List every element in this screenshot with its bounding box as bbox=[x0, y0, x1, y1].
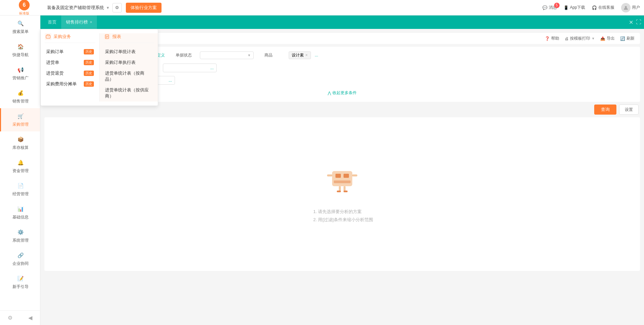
query-buttons-row: 查询 设置 bbox=[44, 105, 640, 117]
svg-rect-2 bbox=[335, 174, 341, 178]
tab-close-icon[interactable]: × bbox=[90, 20, 92, 25]
dropdown-item-incoming[interactable]: 进货单 历史 bbox=[45, 57, 95, 68]
user-btn[interactable]: 用户 bbox=[621, 3, 640, 12]
sidebar-item-purchase[interactable]: 🛒 采购管理 bbox=[0, 108, 40, 131]
customer-more-btn[interactable]: ... bbox=[169, 78, 172, 83]
logo-area: 6 标准版 bbox=[4, 0, 44, 16]
headset-icon: 🎧 bbox=[592, 5, 597, 10]
svg-rect-3 bbox=[344, 174, 349, 178]
system-icon: ⚙️ bbox=[16, 228, 25, 236]
sidebar-item-marketing[interactable]: 📢 营销推广 bbox=[0, 62, 40, 85]
dropdown-item-report-3[interactable]: 进货单统计表（按供应商） bbox=[104, 85, 154, 101]
help-icon: ❓ bbox=[545, 36, 550, 41]
home-icon: 🏠 bbox=[16, 43, 25, 51]
dropdown-cols: 采购业务 采购订单 历史 进货单 历史 进货退货 历史 采购费用分摊单 历史 bbox=[41, 33, 158, 101]
salesman-more-btn[interactable]: ... bbox=[210, 66, 214, 70]
sidebar-item-search-menu[interactable]: 🔍 搜索菜单 bbox=[0, 15, 40, 39]
message-btn[interactable]: 💬 消息 5 bbox=[542, 5, 557, 10]
sidebar-item-guide[interactable]: 📝 新手引导 bbox=[0, 271, 40, 294]
svg-rect-8 bbox=[344, 191, 348, 192]
sidebar-item-quick-nav[interactable]: 🏠 快捷导航 bbox=[0, 39, 40, 62]
tab-sales-ranking[interactable]: 销售排行榜 × bbox=[61, 15, 97, 29]
logo-subtitle: 标准版 bbox=[19, 11, 29, 16]
refresh-icon: 🔄 bbox=[620, 36, 625, 41]
report-header-icon bbox=[104, 33, 110, 40]
dropdown-item-report-0[interactable]: 采购订单统计表 bbox=[104, 46, 154, 57]
dropdown-item-purchase-order[interactable]: 采购订单 历史 bbox=[45, 46, 95, 57]
topbar-right: 💬 消息 5 📱 App下载 🎧 在线客服 用户 bbox=[542, 3, 640, 12]
inventory-icon: 📦 bbox=[16, 135, 25, 144]
goods-label: 商品 bbox=[264, 52, 285, 58]
sales-icon: 💰 bbox=[16, 89, 25, 97]
query-btn[interactable]: 查询 bbox=[594, 105, 616, 115]
print-arrow-icon: ▼ bbox=[592, 37, 595, 40]
finance-icon: 🔔 bbox=[16, 159, 25, 167]
purchase-dropdown-menu: 采购业务 采购订单 历史 进货单 历史 进货退货 历史 采购费用分摊单 历史 bbox=[40, 29, 158, 106]
status-arrow-icon: ▼ bbox=[248, 53, 251, 57]
tab-close-all-btn[interactable]: ✕ bbox=[629, 19, 633, 26]
tab-bar-right: ✕ ⛶ bbox=[629, 19, 641, 26]
sidebar: 🔍 搜索菜单 🏠 快捷导航 📢 营销推广 💰 销售管理 🛒 采购管理 📦 库存核… bbox=[0, 15, 40, 325]
system-title: 装备及固定资产辅助管理系统 ▼ bbox=[47, 5, 110, 11]
svg-rect-7 bbox=[337, 191, 341, 192]
export-icon: 📤 bbox=[600, 36, 605, 41]
empty-illustration bbox=[322, 164, 362, 199]
message-badge: 5 bbox=[554, 3, 560, 8]
base-info-icon: 📊 bbox=[16, 205, 25, 213]
sidebar-item-system[interactable]: ⚙️ 系统管理 bbox=[0, 224, 40, 247]
tab-expand-btn[interactable]: ⛶ bbox=[636, 19, 641, 25]
svg-rect-1 bbox=[332, 171, 352, 186]
salesman-select[interactable]: ... bbox=[163, 64, 217, 72]
svg-rect-4 bbox=[334, 180, 351, 183]
sidebar-setting-btn[interactable]: ⚙ bbox=[8, 315, 12, 321]
sidebar-item-sales[interactable]: 💰 销售管理 bbox=[0, 85, 40, 108]
report-col-header: 报表 bbox=[104, 33, 154, 43]
sidebar-item-inventory[interactable]: 📦 库存核算 bbox=[0, 131, 40, 155]
export-btn[interactable]: 📤 导出 bbox=[600, 36, 615, 41]
topbar: 6 标准版 装备及固定资产辅助管理系统 ▼ ⚙ 体验行业方案 💬 消息 5 📱 … bbox=[0, 0, 644, 15]
logo-icon: 6 bbox=[19, 0, 30, 10]
collapse-btn[interactable]: ⋀ 收起更多条件 bbox=[326, 88, 359, 98]
svg-rect-5 bbox=[339, 186, 341, 191]
history-badge-0: 历史 bbox=[84, 49, 94, 54]
print-btn[interactable]: 🖨 按模板打印 ▼ bbox=[565, 36, 595, 41]
history-badge-2: 历史 bbox=[84, 71, 94, 76]
avatar bbox=[621, 3, 631, 12]
dropdown-item-report-1[interactable]: 采购订单执行表 bbox=[104, 57, 154, 68]
settings-button[interactable]: ⚙ bbox=[112, 3, 122, 12]
sidebar-item-base-info[interactable]: 📊 基础信息 bbox=[0, 201, 40, 224]
svg-rect-6 bbox=[344, 186, 346, 191]
status-label: 单据状态 bbox=[176, 52, 196, 58]
setting-btn[interactable]: 设置 bbox=[619, 105, 639, 115]
goods-more-btn[interactable]: ... bbox=[315, 53, 318, 57]
print-icon: 🖨 bbox=[565, 36, 569, 41]
history-badge-1: 历史 bbox=[84, 60, 94, 65]
dropdown-item-report-2[interactable]: 进货单统计表（按商品） bbox=[104, 68, 154, 85]
empty-state: 请先选择要分析的方案 用[过滤]条件来缩小分析范围 bbox=[44, 137, 640, 251]
report-col: 报表 采购订单统计表 采购订单执行表 进货单统计表（按商品） 进货单统计表（按供… bbox=[99, 33, 158, 101]
sidebar-item-operation[interactable]: 📄 经营管理 bbox=[0, 178, 40, 201]
message-icon: 💬 bbox=[542, 5, 547, 10]
app-download-btn[interactable]: 📱 App下载 bbox=[564, 5, 585, 10]
sidebar-item-finance[interactable]: 🔔 资金管理 bbox=[0, 155, 40, 178]
svg-rect-9 bbox=[327, 174, 332, 176]
industry-btn[interactable]: 体验行业方案 bbox=[126, 3, 162, 13]
goods-tag-close[interactable]: × bbox=[305, 53, 308, 57]
help-btn[interactable]: ❓ 帮助 bbox=[545, 36, 559, 41]
status-select[interactable]: ▼ bbox=[200, 51, 254, 59]
sidebar-collapse-btn[interactable]: ◀ bbox=[28, 315, 32, 321]
purchase-header-icon bbox=[45, 33, 51, 40]
dropdown-item-expense[interactable]: 采购费用分摊单 历史 bbox=[45, 79, 95, 89]
dropdown-item-return[interactable]: 进货退货 历史 bbox=[45, 68, 95, 79]
marketing-icon: 📢 bbox=[16, 66, 25, 74]
enterprise-icon: 🔗 bbox=[16, 251, 25, 259]
sidebar-item-enterprise[interactable]: 🔗 企业协同 bbox=[0, 247, 40, 271]
purchase-col-header: 采购业务 bbox=[45, 33, 95, 43]
online-service-btn[interactable]: 🎧 在线客服 bbox=[592, 5, 614, 10]
dropdown-arrow-icon[interactable]: ▼ bbox=[106, 6, 110, 10]
search-icon: 🔍 bbox=[16, 19, 25, 28]
tab-home[interactable]: 首页 bbox=[43, 15, 61, 29]
tab-bar: 首页 销售排行榜 × ✕ ⛶ bbox=[40, 15, 644, 29]
sidebar-bottom: ⚙ ◀ bbox=[0, 310, 40, 325]
refresh-btn[interactable]: 🔄 刷新 bbox=[620, 36, 635, 41]
